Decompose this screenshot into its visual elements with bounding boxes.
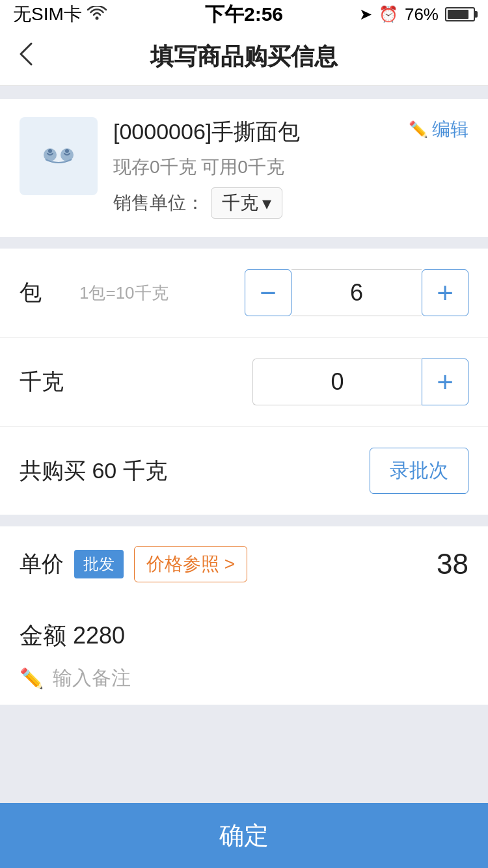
price-ref-button[interactable]: 价格参照 > xyxy=(134,546,247,582)
battery-icon xyxy=(445,7,475,21)
separator-1 xyxy=(0,86,488,99)
unit-label: 销售单位： xyxy=(113,191,204,215)
alarm-icon: ⏰ xyxy=(379,5,398,23)
remark-row[interactable]: ✏️ 输入备注 xyxy=(20,665,468,692)
amount-section: 金额 2280 ✏️ 输入备注 xyxy=(0,602,488,705)
packs-minus-button[interactable]: − xyxy=(245,269,291,316)
battery-percent: 76% xyxy=(405,5,439,25)
edit-label: 编辑 xyxy=(432,117,468,142)
total-label: 共购买 60 千克 xyxy=(20,456,167,486)
price-tag: 批发 xyxy=(74,550,124,578)
edit-icon: ✏️ xyxy=(409,120,428,139)
packs-row: 包 1包=10千克 − + xyxy=(0,249,488,338)
svg-point-0 xyxy=(95,17,98,20)
kg-label: 千克 xyxy=(20,367,72,397)
remark-label: 输入备注 xyxy=(53,665,131,692)
location-icon: ➤ xyxy=(359,5,372,23)
svg-point-3 xyxy=(48,149,52,153)
price-section: 单价 批发 价格参照 > 38 xyxy=(0,526,488,602)
price-ref-label: 价格参照 > xyxy=(146,552,235,576)
kg-input[interactable] xyxy=(252,359,422,405)
packs-controls: − + xyxy=(245,269,468,316)
kg-controls: + xyxy=(252,359,468,405)
packs-plus-button[interactable]: + xyxy=(422,269,468,316)
pencil-icon: ✏️ xyxy=(20,667,44,690)
price-label: 单价 xyxy=(20,549,64,579)
confirm-bar[interactable]: 确定 xyxy=(0,803,488,868)
price-value: 38 xyxy=(437,548,468,580)
total-row: 共购买 60 千克 录批次 xyxy=(0,427,488,515)
unit-value: 千克 xyxy=(222,191,258,215)
product-unit-row: 销售单位： 千克 ▾ xyxy=(113,187,468,219)
product-stock: 现存0千克 可用0千克 xyxy=(113,155,468,180)
status-right: ➤ ⏰ 76% xyxy=(359,5,475,25)
kg-plus-icon: + xyxy=(437,366,454,398)
nav-bar: 填写商品购买信息 xyxy=(0,29,488,86)
product-card: [0000006]手撕面包 现存0千克 可用0千克 销售单位： 千克 ▾ ✏️ … xyxy=(0,99,488,237)
packs-label: 包 xyxy=(20,278,72,308)
quantity-section: 包 1包=10千克 − + 千克 + xyxy=(0,249,488,427)
carrier-text: 无SIM卡 xyxy=(13,2,82,27)
batch-button[interactable]: 录批次 xyxy=(370,448,468,494)
wifi-icon xyxy=(87,4,107,25)
status-left: 无SIM卡 xyxy=(13,2,107,27)
product-thumbnail xyxy=(20,117,98,195)
unit-selector[interactable]: 千克 ▾ xyxy=(211,187,282,219)
kg-plus-button[interactable]: + xyxy=(422,359,468,405)
back-button[interactable] xyxy=(18,41,34,73)
separator-3 xyxy=(0,515,488,526)
page-title: 填写商品购买信息 xyxy=(150,41,338,73)
packs-hint: 1包=10千克 xyxy=(79,282,245,305)
edit-button[interactable]: ✏️ 编辑 xyxy=(409,117,468,142)
status-time: 下午2:56 xyxy=(205,1,283,28)
dropdown-icon: ▾ xyxy=(262,193,271,214)
status-bar: 无SIM卡 下午2:56 ➤ ⏰ 76% xyxy=(0,0,488,29)
amount-label: 金额 2280 xyxy=(20,620,468,652)
minus-icon: − xyxy=(260,277,277,309)
svg-point-4 xyxy=(65,149,69,153)
packs-input[interactable] xyxy=(291,269,422,316)
separator-2 xyxy=(0,237,488,249)
confirm-button[interactable]: 确定 xyxy=(219,819,269,852)
kg-row: 千克 + xyxy=(0,338,488,427)
plus-icon: + xyxy=(437,277,454,309)
